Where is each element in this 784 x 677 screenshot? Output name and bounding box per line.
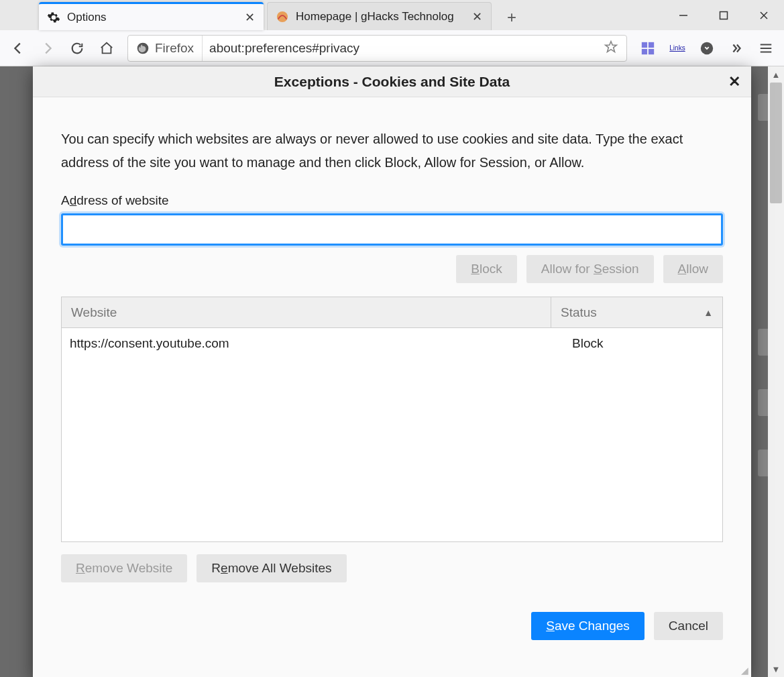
exceptions-table: Website Status▲ https://consent.youtube.… [61, 297, 723, 542]
svg-rect-8 [642, 48, 647, 54]
dialog-title: Exceptions - Cookies and Site Data [274, 74, 510, 90]
svg-rect-6 [642, 42, 647, 47]
tab-title: Homepage | gHacks Technolog [296, 10, 464, 23]
obscured-background-content [758, 94, 768, 476]
minimize-button[interactable] [663, 0, 704, 30]
address-input[interactable] [61, 213, 723, 246]
window-controls [663, 0, 784, 30]
svg-rect-2 [720, 11, 728, 19]
toolbar: Firefox about:preferences#privacy Links [0, 30, 784, 66]
svg-point-0 [277, 11, 288, 21]
exceptions-dialog: Exceptions - Cookies and Site Data ✕ You… [33, 66, 751, 677]
remove-buttons: Remove Website Remove All Websites [61, 554, 723, 582]
table-body: https://consent.youtube.comBlock [62, 328, 722, 541]
cancel-button[interactable]: Cancel [654, 612, 723, 640]
cell-status: Block [564, 336, 722, 351]
close-icon[interactable]: ✕ [471, 9, 483, 24]
menu-button[interactable] [753, 36, 779, 61]
remove-all-websites-button[interactable]: Remove All Websites [197, 554, 346, 582]
links-icon[interactable]: Links [665, 36, 690, 61]
dialog-description: You can specify which websites are alway… [61, 127, 723, 174]
reload-button[interactable] [64, 36, 90, 61]
identity-box[interactable]: Firefox [128, 36, 203, 61]
save-changes-button[interactable]: Save Changes [531, 612, 645, 640]
dialog-body: You can specify which websites are alway… [33, 97, 751, 677]
container-icon[interactable] [635, 36, 661, 61]
allow-session-button[interactable]: Allow for Session [526, 255, 654, 283]
forward-button[interactable] [35, 36, 60, 61]
block-button[interactable]: Block [456, 255, 516, 283]
dialog-header: Exceptions - Cookies and Site Data ✕ [33, 66, 751, 97]
dialog-footer: Save Changes Cancel [61, 612, 723, 640]
col-website[interactable]: Website [62, 297, 551, 327]
svg-rect-9 [649, 48, 654, 54]
scroll-up-icon[interactable]: ▲ [768, 66, 784, 83]
tab-ghacks[interactable]: Homepage | gHacks Technolog ✕ [267, 2, 492, 30]
table-row[interactable]: https://consent.youtube.comBlock [62, 328, 722, 359]
gear-icon [47, 11, 60, 24]
close-icon[interactable]: ✕ [243, 10, 256, 25]
firefox-icon [136, 42, 150, 55]
cell-website: https://consent.youtube.com [62, 336, 564, 351]
scroll-thumb[interactable] [770, 83, 782, 203]
back-button[interactable] [5, 36, 31, 61]
sort-ascending-icon: ▲ [704, 307, 713, 318]
svg-rect-7 [649, 42, 654, 47]
url-bar[interactable]: Firefox about:preferences#privacy [127, 35, 627, 62]
tab-title: Options [67, 11, 237, 24]
bookmark-star-icon[interactable] [596, 40, 626, 57]
scroll-track[interactable] [768, 83, 784, 661]
table-header: Website Status▲ [62, 297, 722, 328]
overflow-icon[interactable] [724, 36, 749, 61]
pocket-icon[interactable] [694, 36, 720, 61]
site-favicon [276, 10, 289, 23]
scroll-down-icon[interactable]: ▼ [768, 661, 784, 677]
allow-button[interactable]: Allow [663, 255, 723, 283]
new-tab-button[interactable]: + [498, 5, 525, 30]
home-button[interactable] [94, 36, 119, 61]
url-text[interactable]: about:preferences#privacy [203, 41, 596, 56]
col-status[interactable]: Status▲ [551, 297, 722, 327]
maximize-button[interactable] [704, 0, 744, 30]
dialog-close-button[interactable]: ✕ [726, 73, 743, 91]
remove-website-button[interactable]: Remove Website [61, 554, 187, 582]
address-label: Address of website [61, 193, 723, 208]
window-close-button[interactable] [744, 0, 784, 30]
page-scrollbar[interactable]: ▲ ▼ [768, 66, 784, 677]
permission-buttons: Block Allow for Session Allow [61, 255, 723, 283]
resize-grip-icon[interactable]: ◢ [741, 665, 748, 676]
tab-options[interactable]: Options ✕ [39, 2, 264, 30]
identity-text: Firefox [155, 41, 194, 56]
